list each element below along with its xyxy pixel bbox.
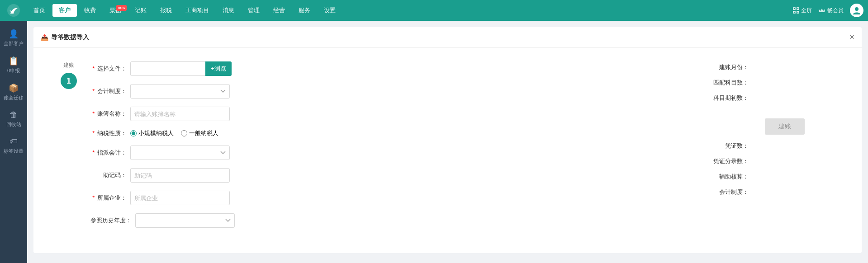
app-logo xyxy=(5,1,23,19)
account-name-input[interactable] xyxy=(130,107,230,121)
svg-point-5 xyxy=(855,7,859,11)
nav-item-service[interactable]: 服务 xyxy=(292,4,317,17)
top-navigation: 首页 客户 收费 票据 new 记账 报税 工商项目 消息 管理 经营 服务 设… xyxy=(0,0,868,21)
nav-item-tickets[interactable]: 票据 new xyxy=(103,4,128,17)
sidebar-item-declaration[interactable]: 📋 0申报 xyxy=(1,52,26,78)
subject-initial-row: 科目期初数： xyxy=(708,94,835,102)
nav-item-clients[interactable]: 客户 xyxy=(52,4,77,17)
accounting-system-row: 会计制度： xyxy=(708,188,835,196)
fullscreen-label: 全屏 xyxy=(801,7,812,14)
tag-settings-icon: 🏷 xyxy=(9,137,18,146)
svg-rect-4 xyxy=(797,11,799,13)
required-star-6: * xyxy=(92,194,95,201)
company-label: * 所属企业： xyxy=(90,194,127,202)
nav-item-bookkeeping[interactable]: 记账 xyxy=(128,4,153,17)
main-content: 📤 导爷数据导入 × 建账 1 * 选 xyxy=(27,21,868,263)
history-year-row: 参照历史年度： xyxy=(90,213,690,228)
assign-accountant-row: * 指派会计： xyxy=(90,146,690,160)
sidebar-item-account-migration-label: 账套迁移 xyxy=(4,94,24,101)
nav-items: 首页 客户 收费 票据 new 记账 报税 工商项目 消息 管理 经营 服务 设… xyxy=(27,4,793,17)
sidebar-item-recycle-label: 回收站 xyxy=(6,121,21,128)
nav-item-manage[interactable]: 管理 xyxy=(242,4,266,17)
required-star-5: * xyxy=(92,149,95,156)
svg-rect-1 xyxy=(793,8,795,9)
svg-rect-2 xyxy=(797,8,799,9)
required-star: * xyxy=(92,65,95,72)
required-star-4: * xyxy=(92,130,95,136)
sidebar-item-account-migration[interactable]: 📦 账套迁移 xyxy=(1,80,26,105)
panel-title-text: 导爷数据导入 xyxy=(51,33,89,42)
file-input[interactable] xyxy=(130,61,207,76)
history-year-label: 参照历史年度： xyxy=(90,216,132,225)
fullscreen-button[interactable]: 全屏 xyxy=(793,7,812,14)
file-label: * 选择文件： xyxy=(90,65,127,73)
auxiliary-label: 辅助核算： xyxy=(708,173,749,181)
info-section: 建账月份： 匹配科目数： 科目期初数： 建账 凭证数： xyxy=(708,61,835,228)
memo-code-input[interactable] xyxy=(130,168,230,183)
vip-label: 畅会员 xyxy=(827,7,844,14)
new-badge: new xyxy=(116,5,127,11)
nav-item-business[interactable]: 工商项目 xyxy=(179,4,215,17)
close-button[interactable]: × xyxy=(849,33,854,42)
account-name-label: * 账簿名称： xyxy=(90,110,127,118)
match-subjects-row: 匹配科目数： xyxy=(708,79,835,87)
declaration-icon: 📋 xyxy=(9,56,19,66)
account-name-row: * 账簿名称： xyxy=(90,107,690,121)
account-system-select[interactable] xyxy=(130,84,230,99)
voucher-entries-row: 凭证分录数： xyxy=(708,157,835,165)
panel-title-icon: 📤 xyxy=(41,34,48,41)
import-panel: 📤 导爷数据导入 × 建账 1 * 选 xyxy=(33,27,862,253)
all-clients-icon: 👤 xyxy=(9,29,19,39)
account-month-row: 建账月份： xyxy=(708,63,835,71)
assign-accountant-select[interactable] xyxy=(130,146,230,160)
panel-header: 📤 导爷数据导入 × xyxy=(33,27,862,48)
sidebar-item-declaration-label: 0申报 xyxy=(7,67,20,74)
panel-title: 📤 导爷数据导入 xyxy=(41,33,89,42)
account-migration-icon: 📦 xyxy=(9,83,19,93)
general-taxpayer-radio[interactable]: 一般纳税人 xyxy=(181,129,218,137)
vip-button[interactable]: 畅会员 xyxy=(818,7,844,14)
svg-rect-3 xyxy=(793,11,795,13)
auxiliary-row: 辅助核算： xyxy=(708,173,835,181)
browse-button[interactable]: +浏览 xyxy=(205,61,232,76)
form-fields: * 选择文件： +浏览 * 会计制度： xyxy=(90,61,690,228)
sidebar-item-tag-settings-label: 标签设置 xyxy=(4,148,24,155)
file-input-wrap: +浏览 xyxy=(130,61,232,76)
sidebar-item-recycle[interactable]: 🗑 回收站 xyxy=(1,107,26,132)
small-taxpayer-radio[interactable]: 小规模纳税人 xyxy=(130,129,174,137)
history-year-select[interactable] xyxy=(135,213,235,228)
nav-item-settings[interactable]: 设置 xyxy=(318,4,342,17)
sidebar-item-all-clients-label: 全部客户 xyxy=(4,40,24,47)
assign-accountant-label: * 指派会计： xyxy=(90,149,127,157)
company-row: * 所属企业： xyxy=(90,191,690,205)
panel-body: 建账 1 * 选择文件： +浏览 xyxy=(33,48,862,241)
sidebar: 👤 全部客户 📋 0申报 📦 账套迁移 🗑 回收站 🏷 标签设置 xyxy=(0,21,27,263)
nav-item-message[interactable]: 消息 xyxy=(216,4,241,17)
nav-item-home[interactable]: 首页 xyxy=(27,4,52,17)
account-system-row: * 会计制度： xyxy=(90,84,690,99)
memo-code-row: 助记码： xyxy=(90,168,690,183)
nav-item-fees[interactable]: 收费 xyxy=(78,4,102,17)
build-account-button[interactable]: 建账 xyxy=(765,118,805,135)
tax-type-radio-group: 小规模纳税人 一般纳税人 xyxy=(130,129,218,137)
required-star-2: * xyxy=(92,88,95,94)
sidebar-item-tag-settings[interactable]: 🏷 标签设置 xyxy=(1,133,26,158)
nav-item-tax[interactable]: 报税 xyxy=(154,4,178,17)
small-taxpayer-radio-input[interactable] xyxy=(130,130,137,136)
subject-initial-label: 科目期初数： xyxy=(708,94,749,102)
company-input[interactable] xyxy=(130,191,230,205)
recycle-icon: 🗑 xyxy=(9,110,18,120)
user-avatar[interactable] xyxy=(850,4,863,17)
account-system-label: * 会计制度： xyxy=(90,87,127,95)
accounting-system-label: 会计制度： xyxy=(708,188,749,196)
form-section: 建账 1 * 选择文件： +浏览 xyxy=(61,61,690,228)
tax-type-label: * 纳税性质： xyxy=(90,129,127,137)
step-circle: 1 xyxy=(61,73,77,89)
nav-item-operation[interactable]: 经营 xyxy=(267,4,291,17)
match-subjects-label: 匹配科目数： xyxy=(708,79,749,87)
general-taxpayer-radio-input[interactable] xyxy=(181,130,187,136)
file-row: * 选择文件： +浏览 xyxy=(90,61,690,76)
memo-code-label: 助记码： xyxy=(90,171,127,179)
topnav-right: 全屏 畅会员 xyxy=(793,4,863,17)
sidebar-item-all-clients[interactable]: 👤 全部客户 xyxy=(1,25,26,51)
